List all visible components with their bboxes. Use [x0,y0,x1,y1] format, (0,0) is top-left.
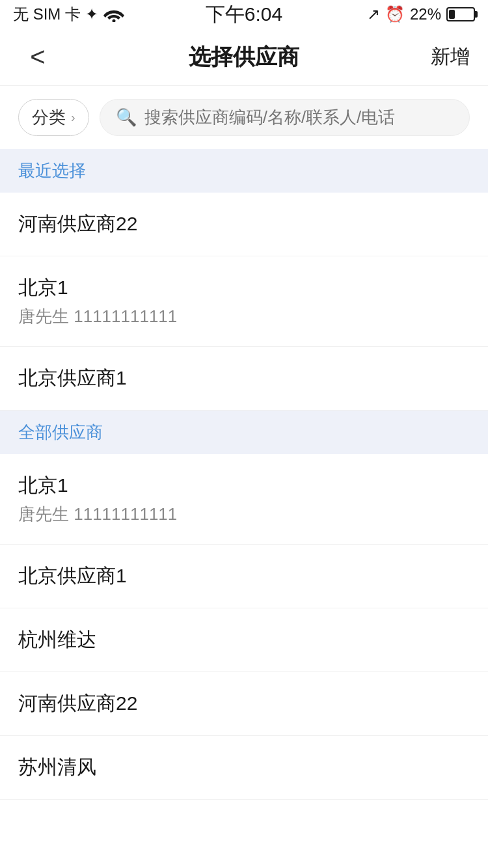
back-button[interactable]: < [18,38,57,77]
svg-point-0 [112,20,115,23]
recent-list-item[interactable]: 北京1唐先生 11111111111 [0,256,488,347]
all-list-item[interactable]: 北京供应商1 [0,545,488,608]
recent-list: 河南供应商22北京1唐先生 11111111111北京供应商1 [0,193,488,411]
recent-list-item[interactable]: 北京供应商1 [0,347,488,411]
search-box: 🔍 [100,99,470,136]
category-filter-button[interactable]: 分类 › [18,99,89,136]
battery-icon [446,7,475,21]
item-sub: 唐先生 11111111111 [18,305,470,328]
recent-list-item[interactable]: 河南供应商22 [0,193,488,256]
status-left: 无 SIM 卡 ✦ [13,4,124,25]
item-name: 河南供应商22 [18,690,470,717]
search-icon: 🔍 [116,107,137,128]
wifi-icon [103,7,124,22]
recent-section-header: 最近选择 [0,149,488,193]
alarm-icon: ⏰ [385,5,405,23]
filter-bar: 分类 › 🔍 [0,86,488,149]
all-list-item[interactable]: 北京1唐先生 11111111111 [0,454,488,545]
status-time: 下午6:04 [206,1,282,28]
all-list-item[interactable]: 杭州维达 [0,608,488,672]
item-name: 北京1 [18,275,470,301]
item-name: 河南供应商22 [18,211,470,237]
no-sim-label: 无 SIM 卡 ✦ [13,4,98,25]
all-list: 北京1唐先生 11111111111北京供应商1杭州维达河南供应商22苏州清风 [0,454,488,800]
nav-bar: < 选择供应商 新增 [0,29,488,86]
item-name: 北京1 [18,472,470,499]
item-name: 北京供应商1 [18,365,470,392]
search-input[interactable] [144,107,454,128]
battery-percent: 22% [410,5,441,23]
page-title: 选择供应商 [189,42,299,72]
chevron-right-icon: › [71,110,75,125]
item-name: 杭州维达 [18,627,470,653]
add-button[interactable]: 新增 [431,44,470,70]
item-sub: 唐先生 11111111111 [18,503,470,526]
item-name: 北京供应商1 [18,563,470,590]
status-bar: 无 SIM 卡 ✦ 下午6:04 ↗ ⏰ 22% [0,0,488,29]
all-section-header: 全部供应商 [0,411,488,454]
status-right: ↗ ⏰ 22% [367,5,475,23]
all-list-item[interactable]: 河南供应商22 [0,672,488,736]
all-list-item[interactable]: 苏州清风 [0,736,488,800]
location-icon: ↗ [367,5,380,23]
category-label: 分类 [32,106,66,129]
item-name: 苏州清风 [18,754,470,781]
